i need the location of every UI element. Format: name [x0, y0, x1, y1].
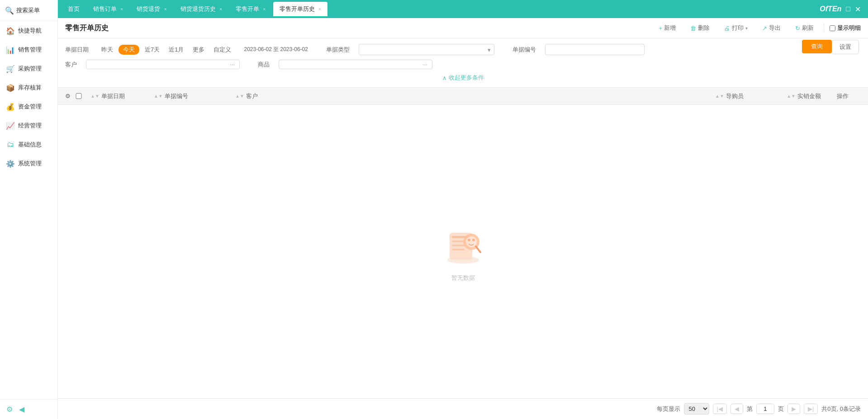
per-page-select[interactable]: 50 100 200 [684, 403, 709, 414]
col-guide-sort-icon: ▲▼ [715, 94, 724, 99]
add-button[interactable]: + 新增 [654, 22, 680, 34]
table-select-all-checkbox[interactable] [74, 93, 83, 99]
display-detail-toggle[interactable]: 显示明细 [830, 24, 861, 32]
empty-state: 暂无数据 [58, 105, 868, 398]
page-label: 第 [747, 405, 753, 413]
sidebar-item-sales-mgmt[interactable]: 📊 销售管理 [0, 40, 57, 59]
svg-line-8 [476, 246, 480, 252]
sidebar-item-inventory[interactable]: 📦 库存核算 [0, 78, 57, 97]
col-header-amount[interactable]: ▲▼ 实销金额 [766, 92, 825, 100]
no-filter-input[interactable] [545, 44, 645, 55]
add-icon: + [659, 25, 662, 32]
sidebar-item-quick-nav[interactable]: 🏠 快捷导航 [0, 21, 57, 40]
sidebar-item-label: 基础信息 [18, 141, 42, 149]
tab-sales-return-history[interactable]: 销货退货历史 × [174, 2, 228, 16]
main-content: 首页 销售订单 × 销货退货 × 销货退货历史 × 零售开单 × 零售开单历史 … [58, 0, 868, 419]
type-filter-label: 单据类型 [326, 46, 350, 54]
sidebar-item-label: 库存核算 [18, 84, 42, 92]
page-suffix: 页 [778, 405, 784, 413]
filter-row-customer: 客户 ··· 商品 ··· [65, 60, 861, 69]
tab-sales-order-label: 销售订单 [93, 5, 117, 13]
sidebar-item-purchase-mgmt[interactable]: 🛒 采购管理 [0, 59, 57, 78]
col-header-customer[interactable]: ▲▼ 客户 [232, 92, 711, 100]
export-button[interactable]: ↗ 导出 [758, 22, 785, 34]
tab-retail-open-close[interactable]: × [263, 6, 266, 12]
next-page-btn[interactable]: ▶ [787, 404, 800, 414]
customer-filter-input[interactable] [89, 61, 228, 68]
customer-filter-input-wrap[interactable]: ··· [86, 60, 240, 69]
date-btn-yesterday[interactable]: 昨天 [98, 45, 117, 55]
refresh-button[interactable]: ↻ 刷新 [791, 22, 818, 34]
refresh-icon: ↻ [795, 25, 800, 32]
tab-home[interactable]: 首页 [62, 2, 86, 16]
goods-filter-input[interactable] [282, 61, 421, 68]
customer-ellipsis[interactable]: ··· [228, 61, 237, 68]
sidebar: 🔍 搜索采单 🏠 快捷导航 📊 销售管理 🛒 采购管理 📦 库存核算 💰 资金管… [0, 0, 58, 419]
sidebar-item-label: 经营管理 [18, 122, 42, 130]
collapse-filter-btn[interactable]: ∧ 收起更多条件 [65, 74, 861, 82]
sidebar-item-sys-mgmt[interactable]: ⚙️ 系统管理 [0, 154, 57, 173]
sidebar-bottom: ⚙ ◀ [0, 399, 57, 419]
collapse-sidebar-icon[interactable]: ◀ [19, 405, 24, 414]
sidebar-item-base-info[interactable]: 🗂 基础信息 [0, 135, 57, 154]
box-icon: 📦 [6, 84, 14, 92]
sidebar-search[interactable]: 🔍 搜索采单 [0, 0, 57, 21]
col-no-label: 单据编号 [165, 92, 188, 100]
svg-point-9 [468, 239, 470, 241]
tab-retail-open-history-close[interactable]: × [318, 6, 321, 12]
last-page-btn[interactable]: ▶| [804, 404, 818, 414]
tab-sales-return-close[interactable]: × [164, 6, 166, 12]
query-button[interactable]: 查询 [802, 40, 832, 53]
date-btn-more[interactable]: 更多 [189, 45, 208, 55]
close-window-icon[interactable]: ✕ [855, 5, 861, 14]
type-filter-select[interactable] [359, 44, 494, 55]
tab-retail-open[interactable]: 零售开单 × [229, 2, 272, 16]
date-btn-today[interactable]: 今天 [119, 45, 139, 55]
print-icon: 🖨 [724, 25, 730, 32]
goods-filter-input-wrap[interactable]: ··· [279, 60, 432, 69]
svg-rect-5 [452, 249, 465, 250]
delete-button[interactable]: 🗑 删除 [686, 22, 714, 34]
tab-sales-return-label: 销货退货 [137, 5, 160, 13]
table-area: ⚙ ▲▼ 单据日期 ▲▼ 单据编号 ▲▼ 客户 ▲▼ 导购员 ▲▼ 实销金额 [58, 88, 868, 419]
tab-sales-order-close[interactable]: × [120, 6, 123, 12]
col-header-guide[interactable]: ▲▼ 导购员 [711, 92, 766, 100]
type-filter-select-wrap [359, 44, 494, 55]
add-label: 新增 [664, 24, 676, 32]
col-no-sort-icon: ▲▼ [154, 94, 163, 99]
col-guide-label: 导购员 [726, 92, 744, 100]
table-settings-icon[interactable]: ⚙ [65, 93, 71, 99]
col-header-no[interactable]: ▲▼ 单据编号 [150, 92, 232, 100]
page-input[interactable] [756, 404, 774, 414]
prev-page-btn[interactable]: ◀ [730, 404, 743, 414]
print-button[interactable]: 🖨 打印 ▾ [720, 22, 752, 34]
goods-ellipsis[interactable]: ··· [421, 61, 429, 68]
table-header: ⚙ ▲▼ 单据日期 ▲▼ 单据编号 ▲▼ 客户 ▲▼ 导购员 ▲▼ 实销金额 [58, 88, 868, 105]
tab-sales-return[interactable]: 销货退货 × [130, 2, 173, 16]
date-btn-1month[interactable]: 近1月 [165, 45, 187, 55]
date-btn-custom[interactable]: 自定义 [210, 45, 235, 55]
col-date-sort-icon: ▲▼ [90, 94, 100, 99]
chart-icon: 📊 [6, 46, 14, 54]
setting-button[interactable]: 设置 [832, 40, 859, 54]
tab-sales-return-history-close[interactable]: × [219, 6, 222, 12]
tab-retail-open-history[interactable]: 零售开单历史 × [273, 2, 327, 16]
tab-sales-order[interactable]: 销售订单 × [87, 2, 129, 16]
tabs-right: OfTEn □ ✕ [820, 5, 864, 14]
restore-window-icon[interactable]: □ [846, 5, 850, 13]
sidebar-item-finance[interactable]: 💰 资金管理 [0, 97, 57, 116]
info-icon: 🗂 [6, 141, 14, 149]
display-detail-checkbox[interactable] [830, 25, 835, 31]
collapse-filter-label: 收起更多条件 [449, 74, 484, 82]
date-btn-7days[interactable]: 近7天 [141, 45, 163, 55]
first-page-btn[interactable]: |◀ [713, 404, 727, 414]
settings-bottom-icon[interactable]: ⚙ [6, 405, 13, 414]
empty-text: 暂无数据 [451, 274, 475, 282]
toolbar: 零售开单历史 + 新增 🗑 删除 🖨 打印 ▾ ↗ 导出 ↻ 刷新 显示明细 [58, 18, 868, 38]
col-header-date[interactable]: ▲▼ 单据日期 [87, 92, 150, 100]
settings-icon: ⚙️ [6, 160, 14, 168]
ops-icon: 📈 [6, 122, 14, 130]
sidebar-item-operations[interactable]: 📈 经营管理 [0, 116, 57, 135]
toolbar-divider [824, 24, 824, 32]
home-icon: 🏠 [6, 27, 14, 35]
